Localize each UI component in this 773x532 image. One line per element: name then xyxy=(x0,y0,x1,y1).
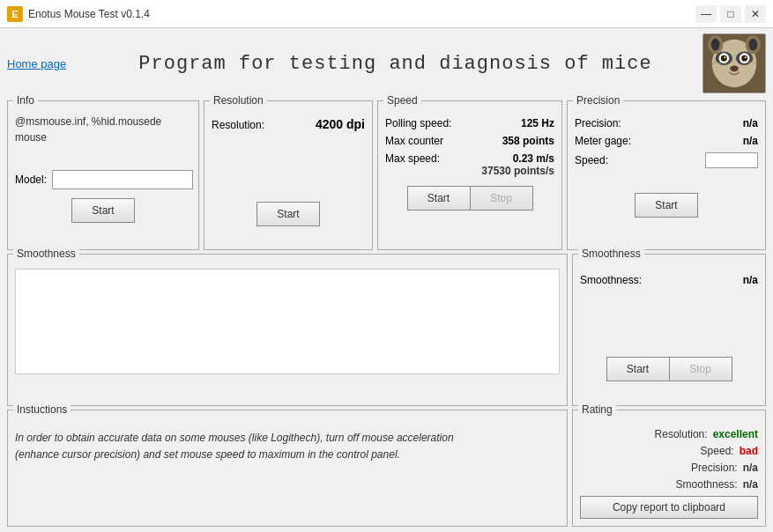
title-bar: E Enotus Mouse Test v0.1.4 — □ ✕ xyxy=(0,0,773,28)
max-counter-row: Max counter 358 points xyxy=(385,135,554,147)
speed-stop-button[interactable]: Stop xyxy=(470,186,533,211)
svg-point-4 xyxy=(711,39,720,51)
polling-value: 125 Hz xyxy=(521,117,554,129)
instructions-text: In order to obtain accurate data on some… xyxy=(15,430,560,463)
smoothness-right-title: Smoothness xyxy=(578,248,644,260)
polling-label: Polling speed: xyxy=(385,117,451,129)
rating-resolution-row: Resolution: excellent xyxy=(580,428,758,440)
title-bar-text: Enotus Mouse Test v0.1.4 xyxy=(28,8,695,20)
polling-row: Polling speed: 125 Hz xyxy=(385,117,554,129)
rating-panel: Rating Resolution: excellent Speed: bad … xyxy=(572,410,766,527)
max-speed-value: 0.23 m/s xyxy=(513,152,554,165)
meter-gage-value: n/a xyxy=(743,135,758,147)
rating-smoothness-label: Smoothness: xyxy=(676,478,738,491)
svg-point-5 xyxy=(749,39,758,51)
model-input[interactable] xyxy=(52,170,193,189)
speed-indicator-row: Speed: xyxy=(575,152,758,168)
bottom-row: Smoothness Smoothness Smoothness: n/a St… xyxy=(7,254,766,406)
rating-resolution-value: excellent xyxy=(713,428,758,440)
precision-label: Precision: xyxy=(575,117,621,129)
resolution-row: Resolution: 4200 dpi xyxy=(212,117,365,131)
rating-precision-label: Precision: xyxy=(691,462,738,474)
precision-speed-label: Speed: xyxy=(575,154,608,166)
max-speed-sub: 37530 points/s xyxy=(385,165,554,177)
resolution-value: 4200 dpi xyxy=(316,117,365,131)
maximize-button[interactable]: □ xyxy=(720,5,741,23)
speed-start-button[interactable]: Start xyxy=(407,186,471,211)
smoothness-title: Smoothness xyxy=(13,248,79,260)
speed-indicator xyxy=(705,152,758,168)
precision-row: Precision: n/a xyxy=(575,117,758,129)
smoothness-stop-button[interactable]: Stop xyxy=(669,357,732,381)
smoothness-start-button[interactable]: Start xyxy=(606,357,670,381)
instructions-rating-row: Instuctions In order to obtain accurate … xyxy=(7,410,766,527)
max-counter-value: 358 points xyxy=(502,135,554,147)
header-row: Home page Program for testing and diagno… xyxy=(7,33,766,93)
speed-btn-row: Start Stop xyxy=(385,186,554,211)
svg-point-11 xyxy=(741,55,747,62)
rating-speed-label: Speed: xyxy=(701,445,734,457)
model-row: Model: xyxy=(15,170,191,189)
info-panel: Info @msmouse.inf, %hid.mousede mouse Mo… xyxy=(7,100,199,250)
main-content: Home page Program for testing and diagno… xyxy=(0,28,773,532)
speed-title: Speed xyxy=(383,94,421,107)
minimize-button[interactable]: — xyxy=(695,5,717,23)
instructions-panel: Instuctions In order to obtain accurate … xyxy=(7,410,568,527)
info-btn-row: Start xyxy=(15,198,191,223)
svg-point-13 xyxy=(745,56,747,58)
svg-rect-15 xyxy=(732,43,737,54)
close-button[interactable]: ✕ xyxy=(745,5,766,23)
info-title: Info xyxy=(13,94,38,107)
copy-report-button[interactable]: Copy report to clipboard xyxy=(580,496,758,519)
max-counter-label: Max counter xyxy=(385,135,443,147)
model-label: Model: xyxy=(15,174,47,186)
rating-precision-row: Precision: n/a xyxy=(580,462,758,474)
smoothness-value: n/a xyxy=(743,274,758,286)
rating-smoothness-row: Smoothness: n/a xyxy=(580,478,758,491)
info-start-button[interactable]: Start xyxy=(71,198,135,223)
smoothness-label: Smoothness: xyxy=(580,274,642,286)
app-title: Program for testing and diagnosis of mic… xyxy=(88,53,702,75)
smoothness-canvas xyxy=(15,269,560,374)
rating-speed-row: Speed: bad xyxy=(580,445,758,457)
resolution-panel: Resolution Resolution: 4200 dpi Start xyxy=(204,100,373,250)
max-speed-label: Max speed: xyxy=(385,152,440,165)
smoothness-right-panel: Smoothness Smoothness: n/a Start Stop xyxy=(572,254,766,406)
resolution-btn-row: Start xyxy=(212,131,365,226)
smoothness-btn-row: Start Stop xyxy=(580,357,758,381)
precision-panel: Precision Precision: n/a Meter gage: n/a… xyxy=(567,100,766,250)
info-text: @msmouse.inf, %hid.mousede mouse xyxy=(15,114,191,145)
svg-point-12 xyxy=(724,56,725,58)
rating-speed-value: bad xyxy=(740,445,758,457)
resolution-label: Resolution: xyxy=(212,119,264,131)
app-icon: E xyxy=(7,6,23,22)
precision-value: n/a xyxy=(743,117,758,129)
precision-title: Precision xyxy=(573,94,623,107)
rating-title: Rating xyxy=(578,403,616,416)
precision-start-button[interactable]: Start xyxy=(635,193,698,218)
smoothness-panel: Smoothness xyxy=(7,254,568,406)
top-panels: Info @msmouse.inf, %hid.mousede mouse Mo… xyxy=(7,100,766,250)
window-controls: — □ ✕ xyxy=(695,5,766,23)
speed-panel: Speed Polling speed: 125 Hz Max counter … xyxy=(377,100,562,250)
resolution-start-button[interactable]: Start xyxy=(256,202,320,226)
svg-point-14 xyxy=(730,65,739,71)
smoothness-value-row: Smoothness: n/a xyxy=(580,274,758,286)
max-speed-row: Max speed: 0.23 m/s xyxy=(385,152,554,165)
instructions-line2: (enhance cursor precision) and set mouse… xyxy=(15,448,400,461)
rating-resolution-label: Resolution: xyxy=(655,428,708,440)
meter-gage-row: Meter gage: n/a xyxy=(575,135,758,147)
instructions-title: Instuctions xyxy=(13,403,71,416)
home-link[interactable]: Home page xyxy=(7,57,78,70)
precision-btn-row: Start xyxy=(575,193,758,218)
raccoon-image xyxy=(702,33,766,93)
svg-point-10 xyxy=(721,55,727,62)
meter-gage-label: Meter gage: xyxy=(575,135,631,147)
instructions-line1: In order to obtain accurate data on some… xyxy=(15,432,454,444)
resolution-title: Resolution xyxy=(210,94,267,107)
rating-smoothness-value: n/a xyxy=(743,478,758,491)
rating-precision-value: n/a xyxy=(743,462,758,474)
